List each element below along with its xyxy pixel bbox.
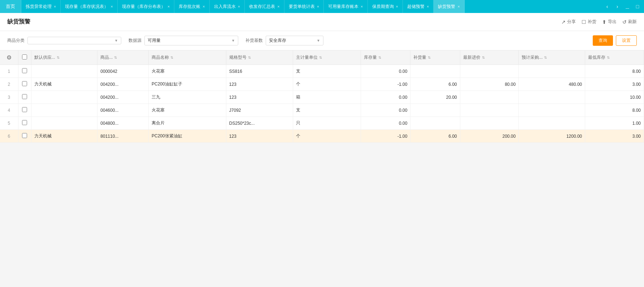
cell-replenish-qty: 6.00	[410, 78, 460, 91]
cell-est-purchase: 1200.00	[519, 130, 585, 143]
cell-default-supplier	[31, 117, 97, 130]
cell-spec: J7092	[226, 104, 293, 117]
category-chevron-icon: ▼	[114, 39, 118, 43]
sort-product-name-icon[interactable]: ⇅	[170, 56, 173, 59]
top-navigation: 首页 拣货异常处理 × 现存量（库存状况表） × 现存量（库存分布表） × 库存…	[0, 0, 644, 13]
close-tab-inventory-dist[interactable]: ×	[167, 4, 170, 9]
cell-default-supplier	[31, 65, 97, 78]
sort-replenish-qty-icon[interactable]: ⇅	[428, 56, 431, 59]
row-checkbox-3[interactable]	[22, 107, 27, 112]
close-tab-inout-flow[interactable]: ×	[238, 4, 240, 9]
cell-est-purchase	[519, 104, 585, 117]
cell-checkbox[interactable]	[18, 117, 31, 130]
data-table: ⚙ 默认供应... ⇅ 商品... ⇅	[0, 50, 644, 143]
cell-default-supplier: 力天机械	[31, 130, 97, 143]
cell-stock-qty: 0.00	[361, 91, 410, 104]
category-label: 商品分类	[7, 37, 25, 44]
close-tab-receive-summary[interactable]: ×	[277, 4, 279, 9]
cell-checkbox[interactable]	[18, 104, 31, 117]
row-checkbox-2[interactable]	[22, 94, 27, 99]
filter-bar: 商品分类 ▼ 数据源 可用量 ▼ 补货基数 安全库存 ▼ 查询 设置	[0, 31, 644, 50]
replenish-base-select[interactable]: 安全库存 ▼	[266, 36, 323, 45]
cell-product-name: 三九	[148, 91, 226, 104]
table-row: 3 004200... 三九 123 箱 0.00 20.00 10.00	[0, 91, 644, 104]
cell-product-name: 离合片	[148, 117, 226, 130]
nav-tab-shortage[interactable]: 缺货预警 ×	[434, 0, 464, 13]
category-select[interactable]: ▼	[27, 37, 121, 44]
nav-tab-available-ledger[interactable]: 可用量库存账本 ×	[324, 0, 367, 13]
cell-spec: 123	[226, 78, 293, 91]
close-tab-overstock[interactable]: ×	[427, 4, 429, 9]
sort-unit-icon[interactable]: ⇅	[319, 56, 322, 59]
cell-min-stock: 3.00	[585, 78, 644, 91]
nav-tab-exception[interactable]: 拣货异常处理 ×	[21, 0, 61, 13]
close-tab-order-stats[interactable]: ×	[317, 4, 319, 9]
cell-checkbox[interactable]	[18, 78, 31, 91]
select-all-checkbox[interactable]	[22, 54, 27, 59]
sort-latest-price-icon[interactable]: ⇅	[482, 56, 485, 59]
nav-minimize-button[interactable]: ＿	[622, 1, 632, 12]
table-row: 5 004800... 离合片 DS250*23c... 只 0.00 1.00	[0, 117, 644, 130]
share-button[interactable]: ↗ 分享	[561, 19, 576, 25]
cell-product-name: PC200油缸缸子	[148, 78, 226, 91]
sort-min-stock-icon[interactable]: ⇅	[607, 56, 610, 59]
close-tab-shortage[interactable]: ×	[457, 4, 460, 9]
nav-tab-inout-flow[interactable]: 出入库流水 ×	[210, 0, 245, 13]
cell-checkbox[interactable]	[18, 65, 31, 78]
table-header-row: ⚙ 默认供应... ⇅ 商品... ⇅	[0, 50, 644, 65]
datasource-select[interactable]: 可用量 ▼	[144, 36, 238, 45]
nav-tab-expiry[interactable]: 保质期查询 ×	[368, 0, 403, 13]
sort-default-supplier-icon[interactable]: ⇅	[57, 56, 60, 59]
refresh-button[interactable]: ↺ 刷新	[622, 19, 637, 25]
cell-product-name: PC200张紧油缸	[148, 130, 226, 143]
replenish-button[interactable]: ☐ 补货	[582, 19, 596, 25]
row-checkbox-5[interactable]	[22, 133, 27, 138]
close-tab-available-ledger[interactable]: ×	[361, 4, 363, 9]
query-button[interactable]: 查询	[593, 35, 613, 46]
sort-product-code-icon[interactable]: ⇅	[114, 56, 117, 59]
filter-actions: 查询 设置	[593, 35, 637, 46]
column-settings-icon[interactable]: ⚙	[3, 54, 15, 61]
sort-est-purchase-icon[interactable]: ⇅	[544, 56, 547, 59]
th-default-supplier: 默认供应... ⇅	[31, 50, 97, 65]
cell-checkbox[interactable]	[18, 130, 31, 143]
export-button[interactable]: ⬆ 导出	[602, 19, 617, 25]
close-tab-exception[interactable]: ×	[54, 4, 56, 9]
nav-tab-order-stats[interactable]: 要货单统计表 ×	[284, 0, 324, 13]
row-checkbox-0[interactable]	[22, 68, 27, 73]
share-icon: ↗	[561, 19, 566, 25]
nav-tab-inventory-dist[interactable]: 现存量（库存分布表） ×	[118, 0, 174, 13]
cell-checkbox[interactable]	[18, 91, 31, 104]
datasource-chevron-icon: ▼	[231, 39, 235, 43]
cell-latest-price	[460, 117, 519, 130]
close-tab-expiry[interactable]: ×	[396, 4, 398, 9]
th-checkbox	[18, 50, 31, 65]
nav-next-button[interactable]: ›	[612, 1, 622, 12]
filter-datasource: 数据源 可用量 ▼	[129, 36, 238, 45]
sort-stock-qty-icon[interactable]: ⇅	[378, 56, 381, 59]
cell-est-purchase: 480.00	[519, 78, 585, 91]
nav-tab-overstock[interactable]: 超储预警 ×	[403, 0, 434, 13]
settings-button[interactable]: 设置	[616, 35, 637, 46]
close-tab-inventory-status[interactable]: ×	[110, 4, 113, 9]
page-title: 缺货预警	[7, 18, 30, 26]
sort-spec-icon[interactable]: ⇅	[248, 56, 251, 59]
nav-prev-button[interactable]: ‹	[602, 1, 612, 12]
cell-stock-qty: -1.00	[361, 130, 410, 143]
th-est-purchase: 预计采购... ⇅	[519, 50, 585, 65]
datasource-label: 数据源	[129, 37, 142, 44]
main-content: ⚙ 默认供应... ⇅ 商品... ⇅	[0, 50, 644, 143]
nav-tab-home[interactable]: 首页	[0, 0, 21, 13]
nav-tab-receive-summary[interactable]: 收发存汇总表 ×	[245, 0, 284, 13]
row-checkbox-1[interactable]	[22, 81, 27, 86]
cell-default-supplier	[31, 91, 97, 104]
cell-replenish-qty: 6.00	[410, 130, 460, 143]
cell-est-purchase	[519, 65, 585, 78]
cell-latest-price	[460, 104, 519, 117]
nav-tab-batch[interactable]: 库存批次账 ×	[174, 0, 209, 13]
nav-maximize-button[interactable]: □	[632, 1, 643, 12]
row-checkbox-4[interactable]	[22, 120, 27, 125]
cell-seq: 3	[0, 91, 18, 104]
nav-tab-inventory-status[interactable]: 现存量（库存状况表） ×	[61, 0, 117, 13]
close-tab-batch[interactable]: ×	[203, 4, 205, 9]
